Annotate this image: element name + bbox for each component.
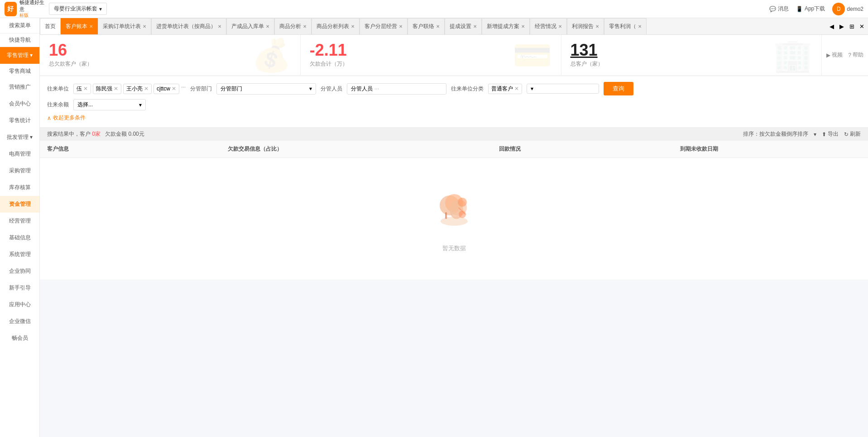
tab-product-analysis-label: 商品分析 xyxy=(279,23,301,30)
tab-home-label: 首页 xyxy=(45,23,56,30)
empty-state: 暂无数据 xyxy=(40,158,868,280)
tab-retail-profit-label: 零售利润（ xyxy=(609,23,636,30)
sidebar-item-enterprise-wechat[interactable]: 企业微信 xyxy=(0,313,39,330)
unit-class-tag-normal[interactable]: 普通客户 ✕ xyxy=(488,84,522,94)
sidebar-item-ecommerce[interactable]: 电商管理 xyxy=(0,146,39,162)
sidebar-item-retail-stats[interactable]: 零售统计 xyxy=(0,112,39,129)
tab-product-analysis-close[interactable]: ✕ xyxy=(303,24,307,29)
tab-profit-report[interactable]: 利润报告 ✕ xyxy=(567,18,604,34)
sidebar-item-vip[interactable]: 畅会员 xyxy=(0,330,39,347)
stat-total-customers: 🏢 131 总客户（家） xyxy=(561,35,822,75)
refresh-btn[interactable]: ↻ 刷新 xyxy=(844,130,861,138)
sidebar-item-enterprise[interactable]: 企业协同 xyxy=(0,263,39,280)
sidebar-item-batch[interactable]: 批发管理 ▾ xyxy=(0,129,39,146)
tab-customer-tier[interactable]: 客户分层经营 ✕ xyxy=(360,18,408,34)
sidebar-item-inventory[interactable]: 库存核算 xyxy=(0,179,39,196)
export-btn[interactable]: ⬆ 导出 xyxy=(822,130,839,138)
sidebar-item-system[interactable]: 系统管理 xyxy=(0,246,39,263)
app-download-btn[interactable]: 📱 App下载 xyxy=(796,5,825,13)
filter-more-btn[interactable]: ··· xyxy=(181,84,186,94)
unit-tag-chen-close[interactable]: ✕ xyxy=(114,86,118,92)
tab-expand-btn[interactable]: ⊞ xyxy=(847,22,856,31)
table-area: 客户信息 欠款交易信息（占比） 回款情况 到期未收款日期 xyxy=(40,141,868,280)
dept-select[interactable]: 分管部门 ▾ xyxy=(216,83,316,95)
tab-operation-status[interactable]: 经营情况 ✕ xyxy=(530,18,567,34)
person-select[interactable]: 分管人员 ··· xyxy=(347,83,446,95)
sidebar-nav[interactable]: 快捷导航 xyxy=(0,33,39,47)
unit-tag-cjttcw[interactable]: cjttcw ✕ xyxy=(153,84,179,94)
sidebar-item-operations[interactable]: 经营管理 xyxy=(0,213,39,229)
tab-new-promotion-close[interactable]: ✕ xyxy=(521,24,525,29)
tab-retail-profit-close[interactable]: ✕ xyxy=(638,24,642,29)
tab-incoming-close[interactable]: ✕ xyxy=(218,24,221,29)
unit-class-tag-close[interactable]: ✕ xyxy=(514,86,519,92)
tab-retail-profit[interactable]: 零售利润（ ✕ xyxy=(604,18,647,34)
tab-incoming-stats[interactable]: 进货单统计表（按商品） ✕ xyxy=(151,18,226,34)
balance-placeholder: 选择... xyxy=(77,101,93,109)
unit-class-select[interactable]: ▾ xyxy=(527,84,599,94)
tab-product-analysis[interactable]: 商品分析 ✕ xyxy=(274,18,312,34)
video-btn[interactable]: ▶ 视频 xyxy=(826,51,843,59)
tab-customer-contact[interactable]: 客户联络 ✕ xyxy=(408,18,445,34)
balance-select[interactable]: 选择... ▾ xyxy=(73,99,146,110)
stat-bg-icon-2: 💳 xyxy=(513,37,552,74)
tab-close-all-btn[interactable]: ✕ xyxy=(857,22,866,31)
tab-new-promotion[interactable]: 新增提成方案 ✕ xyxy=(482,18,530,34)
sidebar-item-basic[interactable]: 基础信息 xyxy=(0,229,39,246)
tab-purchase-order[interactable]: 采购订单统计表 ✕ xyxy=(98,18,151,34)
unit-tag-cjttcw-close[interactable]: ✕ xyxy=(172,86,176,92)
user-btn[interactable]: D demo2 xyxy=(832,3,863,15)
message-btn[interactable]: 💬 消息 xyxy=(769,5,789,13)
tab-prev-btn[interactable]: ◀ xyxy=(827,22,836,31)
tab-purchase-close[interactable]: ✕ xyxy=(143,24,146,29)
tab-production-close[interactable]: ✕ xyxy=(266,24,269,29)
tab-promotion-settings[interactable]: 提成设置 ✕ xyxy=(445,18,482,34)
chevron-down-icon: ▾ xyxy=(99,6,102,12)
tab-customer-book[interactable]: 客户账本 ✕ xyxy=(61,18,98,34)
unit-tag-wu[interactable]: 伍 ✕ xyxy=(73,84,91,94)
tab-controls: ◀ ▶ ⊞ ✕ xyxy=(825,22,868,31)
unit-tag-wang-close[interactable]: ✕ xyxy=(144,86,149,92)
tab-customer-contact-label: 客户联络 xyxy=(412,23,434,30)
tab-profit-report-close[interactable]: ✕ xyxy=(595,24,599,29)
tab-next-btn[interactable]: ▶ xyxy=(837,22,846,31)
sidebar-search[interactable]: 搜索菜单 xyxy=(0,18,39,33)
tab-new-promotion-label: 新增提成方案 xyxy=(487,23,519,30)
sidebar-item-retail[interactable]: 零售管理 ▾ xyxy=(0,47,39,64)
tab-operation-status-close[interactable]: ✕ xyxy=(558,24,562,29)
sidebar-item-marketing[interactable]: 营销推广 xyxy=(0,79,39,95)
unit-tag-wu-close[interactable]: ✕ xyxy=(83,86,88,92)
tab-product-analysis-list-label: 商品分析列表 xyxy=(317,23,349,30)
store-selector[interactable]: 母婴行业演示帐套 ▾ xyxy=(49,3,107,15)
person-dots[interactable]: ··· xyxy=(374,86,379,92)
tab-product-analysis-list-close[interactable]: ✕ xyxy=(351,24,355,29)
tab-home[interactable]: 首页 xyxy=(40,18,61,34)
tab-product-analysis-list[interactable]: 商品分析列表 ✕ xyxy=(312,18,360,34)
query-button[interactable]: 查询 xyxy=(604,82,633,95)
balance-filter-label: 往来余额 xyxy=(47,101,69,109)
sidebar-item-retail-mall[interactable]: 零售商城 xyxy=(0,64,39,79)
collapse-btn[interactable]: ∧ 收起更多条件 xyxy=(47,114,861,122)
collapse-icon: ∧ xyxy=(47,115,51,121)
sidebar-item-member[interactable]: 会员中心 xyxy=(0,95,39,112)
help-btn[interactable]: ? 帮助 xyxy=(848,51,863,59)
tab-promotion-settings-close[interactable]: ✕ xyxy=(473,24,477,29)
header-right: 💬 消息 📱 App下载 D demo2 xyxy=(769,3,863,15)
sidebar-item-purchase[interactable]: 采购管理 xyxy=(0,162,39,179)
unit-tag-wang[interactable]: 王小亮 ✕ xyxy=(123,84,152,94)
tab-customer-book-close[interactable]: ✕ xyxy=(89,24,93,29)
unit-tag-chen[interactable]: 陈民强 ✕ xyxy=(93,84,121,94)
page-content: 💰 16 总欠款客户（家） 💳 -2.11 欠款合计（万） 🏢 131 总客户（… xyxy=(40,35,868,437)
stat-value-2: -2.11 xyxy=(310,42,347,58)
unit-filter-label: 往来单位 xyxy=(47,85,69,93)
help-icon: ? xyxy=(848,52,851,58)
sidebar-item-finance[interactable]: 资金管理 xyxy=(0,196,39,213)
sidebar-item-app-center[interactable]: 应用中心 xyxy=(0,296,39,313)
tab-customer-tier-close[interactable]: ✕ xyxy=(399,24,403,29)
tab-customer-contact-close[interactable]: ✕ xyxy=(436,24,440,29)
balance-chevron: ▾ xyxy=(139,102,142,108)
sidebar-item-newbie[interactable]: 新手引导 xyxy=(0,280,39,296)
unit-tag-wang-label: 王小亮 xyxy=(126,85,143,93)
tab-production-inbound[interactable]: 产成品入库单 ✕ xyxy=(226,18,274,34)
tab-incoming-label: 进货单统计表（按商品） xyxy=(156,23,216,30)
